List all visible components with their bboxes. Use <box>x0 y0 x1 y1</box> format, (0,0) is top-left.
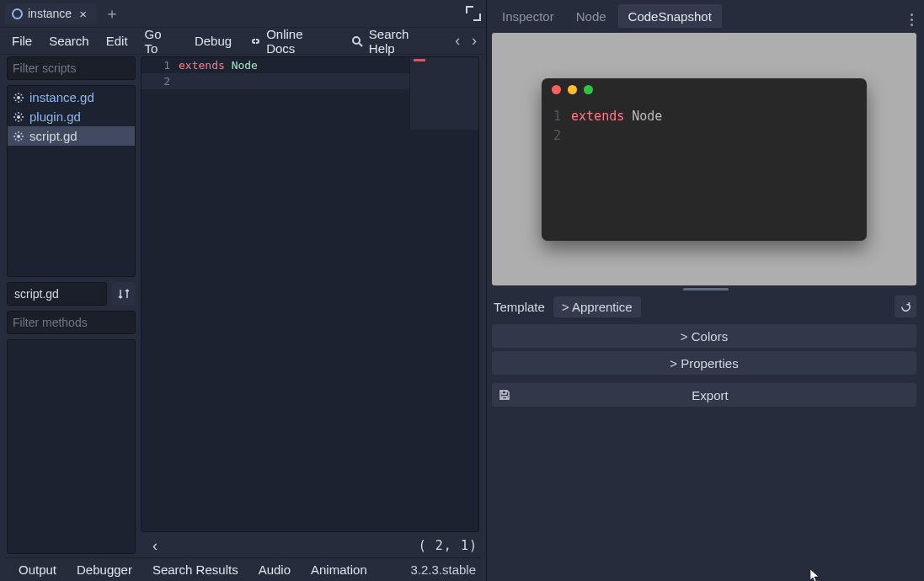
bottom-panel-tab[interactable]: Animation <box>302 561 376 578</box>
svg-point-2 <box>17 115 20 119</box>
close-icon[interactable]: × <box>77 7 89 21</box>
current-script-name[interactable]: script.gd <box>7 282 107 306</box>
dock-tab[interactable]: CodeSnapshot <box>618 4 722 28</box>
code-editor[interactable]: 1extends Node2 <box>141 56 479 532</box>
fullscreen-icon[interactable] <box>466 6 481 21</box>
history-forward-button[interactable]: › <box>467 32 481 51</box>
resize-handle[interactable] <box>487 285 924 292</box>
line-number: 1 <box>142 57 179 73</box>
line-number: 2 <box>553 128 561 143</box>
help-icon <box>351 35 365 47</box>
filter-methods-input[interactable]: ⌕ <box>7 311 136 334</box>
filter-scripts-input[interactable]: ⌕ <box>7 56 136 80</box>
preview-window: 1extends Node2 <box>542 78 867 241</box>
traffic-light-max-icon <box>584 85 593 94</box>
dock-tabs: InspectorNodeCodeSnapshot <box>487 0 924 28</box>
gear-icon <box>13 111 24 123</box>
menu-online-docs[interactable]: Online Docs <box>242 24 341 59</box>
script-list-item[interactable]: script.gd <box>8 126 135 146</box>
script-menubar: File Search Edit Go To Debug Online Docs… <box>0 28 486 55</box>
line-number: 2 <box>142 73 179 89</box>
dock-tab[interactable]: Inspector <box>492 4 564 28</box>
document-tab-label: instance <box>28 7 72 20</box>
code-snapshot-preview: 1extends Node2 <box>492 33 916 285</box>
template-select[interactable]: > Apprentice <box>553 296 641 317</box>
save-icon <box>499 389 510 401</box>
menu-search-help[interactable]: Search Help <box>344 24 445 59</box>
menu-search[interactable]: Search <box>42 30 96 51</box>
sort-methods-button[interactable] <box>112 282 136 306</box>
template-label: Template <box>494 300 545 314</box>
scene-icon <box>12 8 23 19</box>
template-reset-button[interactable] <box>895 296 916 317</box>
traffic-light-close-icon <box>552 85 561 94</box>
script-list-item[interactable]: plugin.gd <box>8 107 135 126</box>
bottom-panel: OutputDebuggerSearch ResultsAudioAnimati… <box>5 557 481 581</box>
bottom-panel-tab[interactable]: Search Results <box>144 561 247 578</box>
script-list: instance.gdplugin.gdscript.gd <box>7 85 136 277</box>
menu-debug[interactable]: Debug <box>188 30 238 51</box>
traffic-light-min-icon <box>568 85 577 94</box>
colors-section[interactable]: > Colors <box>492 324 916 348</box>
export-button[interactable]: Export <box>492 383 916 407</box>
link-icon <box>248 35 262 47</box>
svg-point-0 <box>353 37 360 44</box>
line-number: 1 <box>553 109 561 124</box>
menu-goto[interactable]: Go To <box>138 24 184 59</box>
template-row: Template > Apprentice <box>487 292 924 321</box>
preview-code-line: 2 <box>553 126 855 146</box>
gear-icon <box>13 92 24 104</box>
minimap[interactable] <box>409 57 478 130</box>
dock-menu-icon[interactable] <box>904 11 919 28</box>
menu-edit[interactable]: Edit <box>99 30 135 51</box>
script-name: instance.gd <box>29 90 94 104</box>
caret-position: ( 2, 1) <box>419 538 478 553</box>
script-name: plugin.gd <box>29 109 81 124</box>
bottom-panel-tab[interactable]: Output <box>10 561 65 578</box>
script-name: script.gd <box>29 129 77 143</box>
code-status-bar: ‹ ( 2, 1) <box>139 534 486 557</box>
preview-code: 1extends Node2 <box>542 102 867 151</box>
properties-section[interactable]: > Properties <box>492 351 916 375</box>
chevron-left-icon[interactable]: ‹ <box>152 537 158 555</box>
bottom-panel-tab[interactable]: Debugger <box>68 561 141 578</box>
script-list-item[interactable]: instance.gd <box>8 88 135 107</box>
dock-tab[interactable]: Node <box>566 4 617 28</box>
svg-point-3 <box>17 135 20 138</box>
script-sidebar: ⌕ instance.gdplugin.gdscript.gd script.g… <box>0 55 139 557</box>
svg-point-1 <box>17 96 20 99</box>
preview-code-line: 1extends Node <box>553 107 855 126</box>
document-tab[interactable]: instance × <box>5 3 96 24</box>
menu-file[interactable]: File <box>5 30 39 51</box>
new-tab-button[interactable]: ＋ <box>104 3 120 24</box>
gear-icon <box>13 131 24 142</box>
history-back-button[interactable]: ‹ <box>451 32 464 51</box>
version-label: 3.2.3.stable <box>410 562 476 577</box>
method-list <box>7 339 136 554</box>
bottom-panel-tab[interactable]: Audio <box>250 561 299 578</box>
